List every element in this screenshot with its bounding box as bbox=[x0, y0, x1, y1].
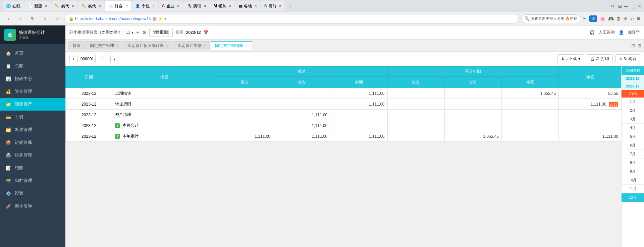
print-button[interactable]: 🖨 🖨 打印 bbox=[587, 54, 612, 63]
period-month-8[interactable]: 8月 bbox=[622, 159, 644, 167]
sidebar-item-reports[interactable]: 📊 报表中心 bbox=[0, 72, 65, 85]
period-month-11[interactable]: 11月 bbox=[622, 185, 644, 193]
tab-close-icon[interactable]: × bbox=[45, 4, 47, 8]
home-button[interactable]: ⌂ bbox=[40, 14, 50, 23]
tab-close-icon[interactable]: × bbox=[72, 4, 74, 8]
tab-depreciation[interactable]: 固定资产折旧统计表 × bbox=[123, 41, 172, 50]
sidebar-item-home[interactable]: 🏠 首页 bbox=[0, 47, 65, 60]
asset-number-input[interactable] bbox=[79, 55, 96, 63]
sidebar-item-settings[interactable]: ⚙️ 设置 bbox=[0, 187, 65, 200]
minimize-tab-icon[interactable]: ⊟ bbox=[631, 43, 635, 48]
period-month-7[interactable]: 7月 bbox=[622, 150, 644, 159]
company-selector[interactable]: 刘小艳演示账套（勿删勿动！）11 ▾ bbox=[69, 29, 133, 35]
browser-tab-tencent[interactable]: 🐧 腾讯 × bbox=[183, 1, 210, 11]
new-tab-button[interactable]: + bbox=[285, 1, 295, 11]
period-month-3[interactable]: 3月 bbox=[622, 115, 644, 124]
brightness-icon[interactable]: ☀ bbox=[623, 16, 628, 21]
forward-button[interactable]: › bbox=[16, 14, 25, 23]
undo-icon[interactable]: ↩ bbox=[630, 16, 634, 21]
add-book-button[interactable]: + bbox=[136, 29, 139, 36]
download-button[interactable]: ⬇ ↓ 下载 ▾ bbox=[557, 54, 584, 63]
tab-favicon: M bbox=[214, 4, 217, 8]
browser-tab-geshui[interactable]: 👤 个税 × bbox=[132, 1, 158, 11]
tab-detail[interactable]: 固定资产明细账 × bbox=[211, 41, 252, 50]
sidebar-item-funds[interactable]: 💰 资金管理 bbox=[0, 85, 65, 98]
calendar-icon[interactable]: 📅 bbox=[204, 30, 209, 35]
settings-small-icon[interactable]: ⚙ bbox=[142, 30, 147, 35]
username[interactable]: 徐泽华 bbox=[628, 29, 640, 35]
sidebar-item-inventory[interactable]: 📦 进销台账 bbox=[0, 136, 65, 149]
period-selected-end[interactable]: 2023.12 bbox=[622, 82, 644, 90]
period-month-2[interactable]: 2月 bbox=[622, 106, 644, 115]
scissors-icon[interactable]: ✂ bbox=[583, 16, 587, 21]
tab-close-icon[interactable]: × bbox=[152, 4, 155, 8]
sidebar-item-salary[interactable]: 💳 工资 bbox=[0, 111, 65, 123]
close-icon[interactable]: ✕ bbox=[638, 4, 641, 9]
address-bar[interactable]: 🔒 https://cloud.chanjet.com/accounting/u… bbox=[64, 14, 519, 23]
sidebar-item-invoice[interactable]: 🗂️ 发票管理 bbox=[0, 123, 65, 136]
period-month-10[interactable]: 10月 bbox=[622, 176, 644, 185]
refresh-button[interactable]: ↻ ↻ 刷新 bbox=[615, 54, 640, 63]
period-label: 账期 bbox=[175, 29, 183, 35]
browser-tab-online[interactable]: 🌐 在线 bbox=[3, 1, 24, 11]
menu-icon[interactable]: ≡ bbox=[637, 16, 640, 22]
period-selected-start[interactable]: 2023.12 bbox=[622, 75, 644, 82]
tab-asset-mgmt[interactable]: 固定资产管理 × bbox=[86, 41, 122, 50]
grid-icon[interactable]: ⊞ bbox=[616, 16, 621, 21]
browser-tab-yidai2[interactable]: ✏️ 易代 × bbox=[78, 1, 104, 11]
tab-close-icon[interactable]: × bbox=[99, 4, 101, 8]
minimize-icon[interactable]: — bbox=[624, 4, 628, 9]
browser-tab-yidai1[interactable]: ✏️ 易代 × bbox=[51, 1, 77, 11]
tab-close-icon[interactable]: × bbox=[177, 4, 179, 8]
search-text: 央视更新主持人名单 🔥热搜 bbox=[531, 16, 577, 21]
sidebar-toggle-icon[interactable]: ⊞ bbox=[618, 4, 622, 9]
next-page-button[interactable]: › bbox=[110, 55, 118, 63]
browser-tab-qiye[interactable]: C 企业 × bbox=[159, 1, 183, 11]
search-box[interactable]: 🔍 央视更新主持人名单 🔥热搜 bbox=[521, 14, 580, 23]
browser-tab-new[interactable]: 📄 新版 × bbox=[24, 1, 51, 11]
sidebar-item-ledger[interactable]: 📋 总账 bbox=[0, 60, 65, 72]
sidebar-item-archive[interactable]: 🗃️ 归档管理 bbox=[0, 174, 65, 187]
tab-home[interactable]: 首页 bbox=[68, 41, 85, 50]
reload-button[interactable]: ↻ bbox=[28, 14, 38, 23]
browser-tab-chang[interactable]: M 畅购 × bbox=[210, 1, 235, 11]
back-button[interactable]: ‹ bbox=[4, 14, 13, 23]
switch-version-button[interactable]: 切到旧版 bbox=[149, 28, 173, 37]
browser-tab-mubiao[interactable]: S 目前 × bbox=[261, 1, 285, 11]
period-month-9[interactable]: 9月 bbox=[622, 167, 644, 176]
browser-tab-haokuai[interactable]: ☁️ 好会 × bbox=[105, 1, 131, 11]
period-month-12[interactable]: 12月 bbox=[622, 193, 644, 202]
tab-close-icon[interactable]: × bbox=[125, 4, 128, 8]
maximize-tab-icon[interactable]: ⊞ bbox=[637, 43, 641, 48]
page-number-input[interactable] bbox=[97, 55, 109, 63]
browser-tab-gedi[interactable]: ▦ 各地 × bbox=[235, 1, 260, 11]
consult-button[interactable]: 人工咨询 bbox=[599, 29, 615, 35]
period-month-1[interactable]: 1月 bbox=[622, 98, 644, 106]
restore-icon[interactable]: ⬜ bbox=[630, 4, 636, 9]
translate-icon[interactable]: 译 bbox=[589, 15, 597, 22]
tab-close-icon[interactable]: × bbox=[229, 4, 231, 8]
tab-close-icon[interactable]: × bbox=[204, 44, 206, 48]
tab-close-icon[interactable]: × bbox=[279, 4, 281, 8]
sidebar-item-checkout[interactable]: 📝 结账 bbox=[0, 162, 65, 174]
dropdown-icon[interactable]: ▾ bbox=[164, 16, 166, 21]
tab-close-icon[interactable]: × bbox=[245, 44, 247, 48]
period-month-4[interactable]: 4月 bbox=[622, 124, 644, 132]
prev-page-button[interactable]: ‹ bbox=[69, 55, 77, 63]
game-icon[interactable]: 🎮 bbox=[608, 16, 614, 21]
period-month-6[interactable]: 6月 bbox=[622, 141, 644, 150]
tab-close-icon[interactable]: × bbox=[116, 44, 118, 48]
sidebar-item-assets[interactable]: 📁 固定资产 bbox=[0, 98, 65, 111]
tab-close-icon[interactable]: × bbox=[255, 4, 257, 8]
period-month-5[interactable]: 5月 bbox=[622, 132, 644, 141]
cell-acc-debit bbox=[387, 120, 444, 131]
bookmark-button[interactable]: ☆ bbox=[52, 14, 62, 23]
sidebar-item-guide[interactable]: 🚀 新手引导 bbox=[0, 200, 65, 212]
tab-category[interactable]: 固定资产类别 × bbox=[173, 41, 210, 50]
tab-close-icon[interactable]: × bbox=[204, 4, 206, 8]
sidebar-item-tax[interactable]: 🖨️ 税务管理 bbox=[0, 149, 65, 162]
tab-favicon: 📄 bbox=[28, 4, 33, 8]
wallet-icon[interactable]: 🌸 bbox=[600, 16, 605, 21]
period-year[interactable]: 2023 bbox=[622, 90, 644, 98]
tab-close-icon[interactable]: × bbox=[166, 44, 168, 48]
